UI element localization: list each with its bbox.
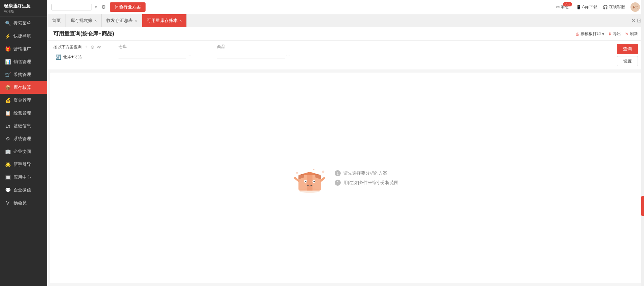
filter-scheme-panel: 按以下方案查询 ＋ ⊙ ≪ 🔄 仓库+商品 — [53, 44, 107, 61]
tabbar: 首页 库存批次账 × 收发存汇总表 × 可用量库存账本 × ✕ ⊡ — [47, 14, 644, 27]
goods-input[interactable] — [217, 51, 285, 58]
topbar-exp-button[interactable]: 体验行业方案 — [110, 2, 146, 12]
service-label: 在线客服 — [609, 4, 625, 10]
tab-summary[interactable]: 收发存汇总表 × — [102, 14, 142, 27]
sidebar-icon-inventory: 📦 — [5, 85, 11, 90]
sidebar-icon-operations: 📋 — [5, 110, 11, 116]
tab-batch[interactable]: 库存批次账 × — [66, 14, 102, 27]
sidebar-item-appstore[interactable]: 🔲 应用中心 — [0, 171, 47, 184]
sidebar-item-marketing[interactable]: 🎁 营销推广 — [0, 43, 47, 55]
sidebar-label-sales: 销售管理 — [14, 59, 31, 65]
sidebar-item-funds[interactable]: 💰 资金管理 — [0, 94, 47, 107]
warehouse-input[interactable] — [119, 51, 186, 58]
sidebar-icon-marketing: 🎁 — [5, 46, 11, 52]
scheme-item-warehouse-goods[interactable]: 🔄 仓库+商品 — [53, 53, 107, 61]
filter-divider — [113, 44, 113, 66]
sidebar-icon-funds: 💰 — [5, 98, 11, 103]
empty-inner: 1 请先选择要分析的方案 2 用[过滤]条件来缩小分析范围 — [293, 161, 398, 195]
sidebar-item-inventory[interactable]: 📦 库存核算 — [0, 81, 47, 94]
headset-icon: 🎧 — [603, 5, 608, 9]
user-avatar[interactable]: Rit — [630, 2, 640, 12]
topbar-app-download[interactable]: 📱 App下载 — [576, 4, 597, 10]
tab-available-close[interactable]: × — [180, 19, 182, 23]
tab-summary-close[interactable]: × — [135, 19, 137, 23]
right-scrollbar-track — [641, 0, 644, 286]
query-button[interactable]: 查询 — [617, 44, 638, 54]
scheme-item-icon: 🔄 — [55, 54, 61, 60]
svg-rect-5 — [307, 175, 313, 191]
sidebar-icon-system: ⚙ — [5, 136, 11, 141]
sidebar-label-wechat: 企业微信 — [14, 187, 31, 193]
collapse-scheme-icon[interactable]: ≪ — [97, 44, 102, 50]
filter-actions: 查询 设置 — [617, 44, 638, 66]
page-title: 可用量查询(按仓库+商品) — [53, 30, 114, 37]
sidebar-label-member: 畅会员 — [14, 200, 27, 206]
sidebar-icon-sales: 📊 — [5, 59, 11, 64]
print-dropdown-icon[interactable]: ▾ — [602, 32, 604, 36]
tabbar-expand-icon[interactable]: ⊡ — [637, 17, 641, 24]
export-button[interactable]: ⬇ 导出 — [608, 31, 621, 37]
filter-field-warehouse: 仓库 ··· — [119, 44, 213, 58]
tip-num-1: 1 — [335, 170, 341, 176]
svg-point-13 — [322, 171, 325, 173]
sidebar-label-funds: 资金管理 — [14, 97, 31, 103]
tab-summary-label: 收发存汇总表 — [106, 18, 133, 24]
sidebar-label-operations: 经营管理 — [14, 110, 31, 116]
sidebar-item-member[interactable]: V 畅会员 — [0, 197, 47, 209]
tip-num-2: 2 — [335, 180, 341, 186]
svg-line-11 — [321, 178, 324, 181]
settings-button[interactable]: 设置 — [617, 56, 638, 66]
empty-tip-1: 1 请先选择要分析的方案 — [335, 170, 398, 176]
sidebar-item-quicknav[interactable]: ⚡ 快捷导航 — [0, 30, 47, 43]
goods-more-icon[interactable]: ··· — [286, 52, 290, 57]
tab-available-label: 可用量库存账本 — [147, 18, 178, 24]
sidebar-item-operations[interactable]: 📋 经营管理 — [0, 107, 47, 120]
export-icon: ⬇ — [608, 32, 612, 36]
sidebar-label-quicknav: 快捷导航 — [14, 33, 31, 39]
sidebar-item-search[interactable]: 🔍 搜索菜单 — [0, 17, 47, 30]
warehouse-more-icon[interactable]: ··· — [187, 52, 191, 57]
page-header: 可用量查询(按仓库+商品) 🖨 按模板打印 ▾ ⬇ 导出 ↻ 刷新 — [47, 27, 644, 41]
scheme-item-label: 仓库+商品 — [63, 54, 82, 60]
sidebar-icon-appstore: 🔲 — [5, 175, 11, 180]
export-label: 导出 — [613, 31, 621, 37]
sidebar-label-purchase: 采购管理 — [14, 72, 31, 78]
tabbar-close-icon[interactable]: ✕ — [631, 17, 636, 24]
message-badge: 99+ — [563, 2, 572, 6]
tab-available[interactable]: 可用量库存账本 × — [142, 14, 187, 27]
sidebar-item-wechat[interactable]: 💬 企业微信 — [0, 184, 47, 197]
sidebar: 畅康通好生意 标准版 🔍 搜索菜单⚡ 快捷导航🎁 营销推广📊 销售管理🛒 采购管… — [0, 0, 47, 286]
sidebar-logo: 畅康通好生意 标准版 — [0, 0, 47, 17]
topbar-message[interactable]: ✉ 消息 99+ — [556, 4, 569, 10]
add-scheme-icon[interactable]: ＋ — [84, 44, 88, 50]
svg-line-10 — [295, 178, 299, 181]
logo-title: 畅康通好生意 — [4, 3, 43, 9]
tab-batch-close[interactable]: × — [95, 19, 97, 23]
sidebar-item-system[interactable]: ⚙ 系统管理 — [0, 132, 47, 145]
phone-icon: 📱 — [576, 5, 581, 9]
print-button[interactable]: 🖨 按模板打印 ▾ — [575, 31, 604, 37]
right-scrollbar-thumb[interactable] — [641, 196, 644, 216]
tab-home[interactable]: 首页 — [47, 14, 66, 27]
filter-bar: 按以下方案查询 ＋ ⊙ ≪ 🔄 仓库+商品 仓库 ··· — [47, 41, 644, 70]
logo-subtitle: 标准版 — [4, 9, 43, 14]
topbar-search-input[interactable] — [51, 4, 92, 10]
sidebar-item-newbie[interactable]: 🌟 新手引导 — [0, 158, 47, 171]
topbar: ▼ ⚙ 体验行业方案 ✉ 消息 99+ 📱 App下载 🎧 在线客服 Rit — [47, 0, 644, 14]
sidebar-icon-newbie: 🌟 — [5, 162, 11, 167]
sidebar-icon-wechat: 💬 — [5, 187, 11, 193]
sidebar-item-purchase[interactable]: 🛒 采购管理 — [0, 68, 47, 81]
sidebar-label-newbie: 新手引导 — [14, 161, 31, 167]
topbar-gear-icon[interactable]: ⚙ — [101, 4, 106, 10]
settings-scheme-icon[interactable]: ⊙ — [91, 44, 95, 50]
goods-field-row: ··· — [217, 51, 312, 58]
empty-tips: 1 请先选择要分析的方案 2 用[过滤]条件来缩小分析范围 — [335, 170, 398, 186]
tip-text-2: 用[过滤]条件来缩小分析范围 — [343, 180, 398, 186]
sidebar-icon-basics: 🗂 — [5, 123, 11, 129]
sidebar-item-enterprise[interactable]: 🏢 企业协同 — [0, 145, 47, 158]
sidebar-item-basics[interactable]: 🗂 基础信息 — [0, 120, 47, 132]
topbar-service[interactable]: 🎧 在线客服 — [603, 4, 625, 10]
empty-tip-2: 2 用[过滤]条件来缩小分析范围 — [335, 180, 398, 186]
refresh-button[interactable]: ↻ 刷新 — [625, 31, 638, 37]
sidebar-item-sales[interactable]: 📊 销售管理 — [0, 55, 47, 68]
